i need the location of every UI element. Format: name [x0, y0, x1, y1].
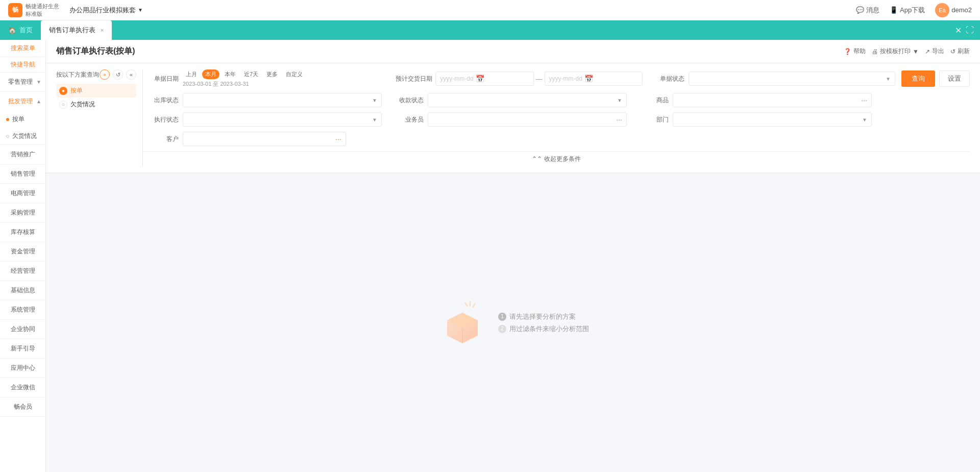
sidebar-item-sales[interactable]: 销售管理 — [0, 164, 45, 183]
sidebar-item-wechat[interactable]: 企业微信 — [0, 378, 45, 397]
sidebar-sub-item-debt[interactable]: 欠货情况 — [0, 128, 45, 145]
sidebar-item-purchase[interactable]: 采购管理 — [0, 203, 45, 222]
sidebar-item-newbie[interactable]: 新手引导 — [0, 339, 45, 358]
sidebar-section-sales: 销售管理 — [0, 164, 45, 184]
scheme-add-icon[interactable]: + — [100, 69, 110, 80]
dept-select[interactable]: ▼ — [673, 112, 872, 127]
customer-input[interactable]: ··· — [183, 132, 346, 146]
sidebar-quick-nav[interactable]: 快捷导航 — [0, 57, 45, 73]
sidebar-section-appstore: 应用中心 — [0, 359, 45, 378]
filter-row-2: 出库状态 ▼ 收款状态 ▼ — [143, 93, 970, 107]
tab-home[interactable]: 🏠 首页 — [0, 20, 41, 40]
outstatus-chevron-icon: ▼ — [372, 98, 377, 103]
execstatus-chevron-icon: ▼ — [372, 117, 377, 123]
date-range-display: 2023-03-01 至 2023-03-31 — [183, 80, 249, 88]
sidebar-section-operation: 经营管理 — [0, 262, 45, 281]
sidebar-item-retail[interactable]: 零售管理 ▼ — [0, 73, 45, 91]
sidebar-item-inventory[interactable]: 库存核算 — [0, 223, 45, 242]
page-actions: ❓ 帮助 🖨 按模板打印 ▼ ↗ 导出 ↺ 刷新 — [844, 47, 970, 56]
date-tab-thismonth[interactable]: 本月 — [202, 69, 219, 79]
filter-row-1: 单据日期 上月 本月 本年 近7天 更多 自定义 — [143, 69, 970, 88]
export-button[interactable]: ↗ 导出 — [925, 47, 944, 56]
scheme-panel: 按以下方案查询 + ↺ « ● 按单 ○ 欠货情况 — [56, 69, 143, 167]
empty-tip-2: 2 用过滤条件来缩小分析范围 — [498, 324, 589, 334]
date-tab-more[interactable]: 更多 — [263, 69, 281, 79]
sidebar-item-marketing[interactable]: 营销推广 — [0, 145, 45, 164]
message-button[interactable]: 💬 消息 — [856, 6, 879, 15]
sidebar-item-appstore[interactable]: 应用中心 — [0, 359, 45, 377]
print-button[interactable]: 🖨 按模板打印 ▼ — [872, 47, 919, 56]
date-tab-lastmonth[interactable]: 上月 — [183, 69, 200, 79]
sidebar-search[interactable]: 搜索菜单 — [0, 40, 45, 57]
status-select[interactable]: ▼ — [689, 72, 895, 86]
sidebar-section-wholesale: 批发管理 ▲ 按单 欠货情况 — [0, 92, 45, 145]
execstatus-select[interactable]: ▼ — [183, 112, 382, 127]
filter-group-date: 单据日期 上月 本月 本年 近7天 更多 自定义 — [143, 69, 389, 88]
chevron-right-icon: ▼ — [36, 79, 41, 85]
sidebar-item-finance[interactable]: 资金管理 — [0, 242, 45, 261]
logo-text: 畅捷通好生意 标准版 — [26, 3, 59, 17]
sidebar-section-purchase: 采购管理 — [0, 203, 45, 223]
collapse-bar[interactable]: ⌃⌃ 收起更多条件 — [143, 151, 970, 167]
print-chevron-icon: ▼ — [913, 48, 919, 55]
home-icon: 🏠 — [8, 27, 16, 34]
app-download-button[interactable]: 📱 App下载 — [890, 6, 925, 15]
status-label: 单据状态 — [649, 75, 684, 83]
scheme-collapse-icon[interactable]: « — [126, 69, 136, 80]
user-menu[interactable]: Ea demo2 — [935, 3, 972, 17]
app-selector[interactable]: 办公用品行业模拟账套 ▼ — [69, 6, 143, 15]
filter-group-forecast: 预计交货日期 yyyy-mm-dd 📅 — yyyy-mm-dd 📅 — [396, 72, 642, 86]
main-area: 搜索菜单 快捷导航 零售管理 ▼ 批发管理 ▲ 按单 欠货情况 — [0, 40, 980, 472]
sidebar-item-wholesale[interactable]: 批发管理 ▲ — [0, 92, 45, 111]
query-button[interactable]: 查询 — [901, 70, 935, 87]
forecast-end-date[interactable]: yyyy-mm-dd 📅 — [545, 72, 643, 86]
tab-sales-order[interactable]: 销售订单执行表 × — [41, 20, 112, 40]
sidebar-item-ecommerce[interactable]: 电商管理 — [0, 184, 45, 203]
scheme-item-order[interactable]: ● 按单 — [56, 84, 136, 98]
goods-input[interactable]: ··· — [673, 93, 872, 107]
sidebar-section-wechat: 企业微信 — [0, 378, 45, 397]
outstatus-select[interactable]: ▼ — [183, 93, 382, 107]
scheme-refresh-icon[interactable]: ↺ — [113, 69, 123, 80]
goods-more-icon[interactable]: ··· — [861, 96, 867, 104]
empty-state-content: 1 请先选择要分析的方案 2 用过滤条件来缩小分析范围 — [437, 297, 589, 348]
sidebar-item-member[interactable]: 畅会员 — [0, 397, 45, 416]
message-icon: 💬 — [856, 6, 864, 14]
export-icon: ↗ — [925, 48, 930, 55]
setting-button[interactable]: 设置 — [939, 70, 970, 87]
forecast-start-date[interactable]: yyyy-mm-dd 📅 — [435, 72, 533, 86]
tab-bar: 🏠 首页 销售订单执行表 × ✕ ⛶ — [0, 20, 980, 40]
chevron-down-icon: ▼ — [138, 7, 143, 13]
status-chevron-icon: ▼ — [886, 76, 891, 82]
salesman-more-icon[interactable]: ··· — [616, 115, 622, 124]
maximize-icon[interactable]: ⛶ — [966, 26, 974, 35]
sidebar-item-basic[interactable]: 基础信息 — [0, 281, 45, 300]
sidebar-item-operation[interactable]: 经营管理 — [0, 262, 45, 280]
svg-line-3 — [465, 302, 468, 306]
refresh-button[interactable]: ↺ 刷新 — [950, 47, 970, 56]
top-bar: 畅 畅捷通好生意 标准版 办公用品行业模拟账套 ▼ 💬 消息 📱 App下载 E… — [0, 0, 980, 20]
sidebar-item-cooperation[interactable]: 企业协同 — [0, 320, 45, 339]
sidebar-section-inventory: 库存核算 — [0, 223, 45, 242]
date-tab-7days[interactable]: 近7天 — [241, 69, 261, 79]
scheme-item-debt[interactable]: ○ 欠货情况 — [56, 98, 136, 111]
tab-right-icons: ✕ ⛶ — [955, 20, 980, 40]
customer-more-icon[interactable]: ··· — [335, 135, 341, 143]
tip-num-2: 2 — [498, 325, 506, 333]
date-tab-thisyear[interactable]: 本年 — [222, 69, 239, 79]
execstatus-label: 执行状态 — [143, 115, 179, 124]
sidebar-section-ecommerce: 电商管理 — [0, 184, 45, 203]
sidebar-section-marketing: 营销推广 — [0, 145, 45, 164]
refresh-icon: ↺ — [950, 48, 955, 55]
salesman-input[interactable]: ··· — [428, 112, 627, 127]
collectstatus-select[interactable]: ▼ — [428, 93, 627, 107]
sidebar-sub-item-order[interactable]: 按单 — [0, 111, 45, 128]
date-tab-custom[interactable]: 自定义 — [283, 69, 306, 79]
filter-group-dept: 部门 ▼ — [633, 112, 872, 127]
salesman-label: 业务员 — [388, 115, 424, 124]
scheme-header: 按以下方案查询 + ↺ « — [56, 69, 136, 80]
help-button[interactable]: ❓ 帮助 — [844, 47, 866, 56]
tab-close-icon[interactable]: × — [101, 27, 104, 33]
sidebar-item-system[interactable]: 系统管理 — [0, 300, 45, 319]
minimize-icon[interactable]: ✕ — [955, 26, 962, 35]
